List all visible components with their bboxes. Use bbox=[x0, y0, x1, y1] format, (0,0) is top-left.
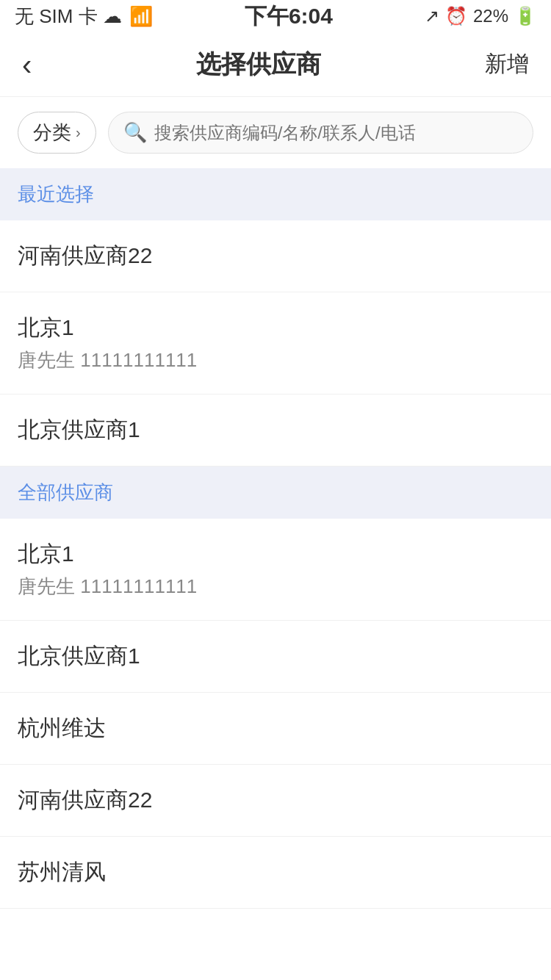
search-box[interactable]: 🔍 bbox=[108, 112, 533, 154]
section-header-text-recent: 最近选择 bbox=[18, 183, 94, 205]
supplier-name: 苏州清风 bbox=[18, 857, 533, 887]
list-item[interactable]: 北京1唐先生 11111111111 bbox=[0, 292, 551, 394]
location-icon: ↗ bbox=[425, 6, 439, 26]
alarm-icon: ⏰ bbox=[445, 6, 467, 26]
supplier-name: 杭州维达 bbox=[18, 713, 533, 743]
list-item[interactable]: 北京供应商1 bbox=[0, 394, 551, 466]
supplier-name: 北京1 bbox=[18, 539, 533, 569]
supplier-name: 北京1 bbox=[18, 313, 533, 343]
wifi-icon: 📶 bbox=[129, 5, 153, 28]
list-item[interactable]: 杭州维达 bbox=[0, 693, 551, 765]
battery-icon: 🔋 bbox=[514, 6, 536, 26]
status-time: 下午6:04 bbox=[245, 1, 333, 32]
supplier-sub: 唐先生 11111111111 bbox=[18, 574, 533, 599]
list-item[interactable]: 苏州清风 bbox=[0, 837, 551, 909]
supplier-sub: 唐先生 11111111111 bbox=[18, 347, 533, 373]
category-filter[interactable]: 分类 › bbox=[18, 112, 96, 154]
add-button[interactable]: 新增 bbox=[485, 49, 529, 79]
page-title: 选择供应商 bbox=[196, 48, 321, 82]
status-bar: 无 SIM 卡 ☁ 📶 下午6:04 ↗ ⏰ 22% 🔋 bbox=[0, 0, 551, 32]
supplier-list: 最近选择河南供应商22北京1唐先生 11111111111北京供应商1全部供应商… bbox=[0, 168, 551, 909]
status-left: 无 SIM 卡 ☁ 📶 bbox=[15, 4, 153, 29]
battery-label: 22% bbox=[473, 6, 508, 26]
status-right: ↗ ⏰ 22% 🔋 bbox=[425, 6, 536, 26]
list-item[interactable]: 河南供应商22 bbox=[0, 765, 551, 837]
nav-bar: ‹ 选择供应商 新增 bbox=[0, 32, 551, 97]
list-item[interactable]: 北京供应商1 bbox=[0, 621, 551, 693]
supplier-name: 河南供应商22 bbox=[18, 241, 533, 271]
list-item[interactable]: 北京1唐先生 11111111111 bbox=[0, 519, 551, 621]
sim-label: 无 SIM 卡 ☁ bbox=[15, 4, 122, 29]
section-header-all: 全部供应商 bbox=[0, 466, 551, 519]
supplier-name: 北京供应商1 bbox=[18, 641, 533, 671]
supplier-name: 北京供应商1 bbox=[18, 415, 533, 445]
list-item[interactable]: 河南供应商22 bbox=[0, 220, 551, 292]
category-label: 分类 bbox=[33, 120, 71, 145]
search-input[interactable] bbox=[154, 123, 518, 143]
chevron-right-icon: › bbox=[76, 124, 81, 141]
filter-bar: 分类 › 🔍 bbox=[0, 97, 551, 168]
search-icon: 🔍 bbox=[123, 121, 147, 144]
back-button[interactable]: ‹ bbox=[22, 50, 32, 79]
section-header-text-all: 全部供应商 bbox=[18, 481, 113, 503]
supplier-name: 河南供应商22 bbox=[18, 785, 533, 815]
section-header-recent: 最近选择 bbox=[0, 168, 551, 220]
